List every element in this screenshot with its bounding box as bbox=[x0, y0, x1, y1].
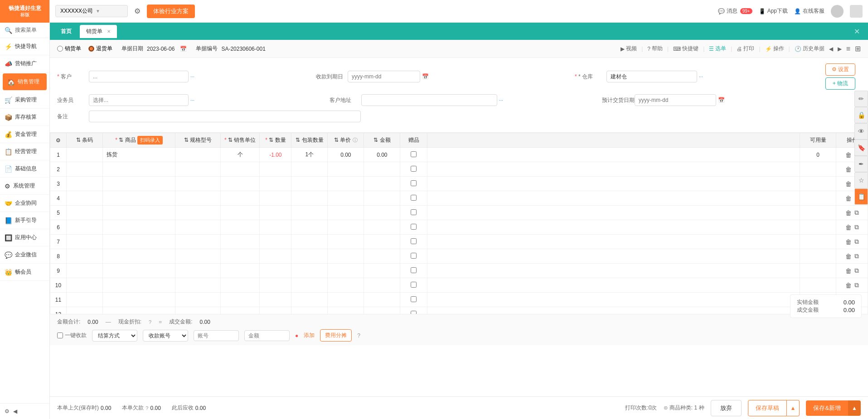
row-price[interactable] bbox=[328, 177, 364, 191]
choose-link[interactable]: ☰ 选单 bbox=[709, 45, 726, 53]
company-selector[interactable]: XXXXXX公司 ▼ bbox=[55, 5, 128, 17]
row-unit[interactable] bbox=[221, 191, 260, 206]
row-product[interactable] bbox=[103, 162, 175, 177]
row-product[interactable] bbox=[103, 293, 175, 307]
delete-row-button[interactable]: 🗑 bbox=[845, 180, 852, 188]
row-price[interactable] bbox=[328, 235, 364, 249]
row-amount[interactable] bbox=[364, 264, 400, 278]
rfloat-lock-icon[interactable]: 🔒 bbox=[854, 107, 868, 123]
row-gift[interactable] bbox=[400, 177, 427, 191]
th-settings[interactable]: ⚙ bbox=[50, 133, 67, 148]
row-spec[interactable] bbox=[175, 235, 221, 249]
row-amount[interactable] bbox=[364, 191, 400, 206]
delete-row-button[interactable]: 🗑 bbox=[845, 281, 852, 289]
row-barcode[interactable] bbox=[67, 235, 103, 249]
payment-date-input[interactable] bbox=[348, 71, 420, 82]
row-qty[interactable] bbox=[260, 307, 291, 314]
row-pkg-qty[interactable] bbox=[291, 307, 328, 314]
rfloat-orange-icon[interactable]: 📋 bbox=[854, 188, 868, 205]
account-no-input[interactable] bbox=[194, 330, 239, 341]
trial-button[interactable]: 体验行业方案 bbox=[147, 5, 195, 18]
sidebar-item-marketing[interactable]: 📣 营销推广 bbox=[0, 55, 49, 72]
row-gift[interactable] bbox=[400, 206, 427, 220]
sidebar-item-quick-nav[interactable]: ⚡ 快捷导航 bbox=[0, 38, 49, 55]
th-pkg[interactable]: ⇅ 包装数量 bbox=[291, 133, 328, 148]
row-product[interactable]: 拣货 bbox=[103, 148, 175, 162]
sidebar-search[interactable]: 🔍 搜索菜单 bbox=[0, 23, 49, 38]
row-unit[interactable] bbox=[221, 249, 260, 264]
copy-row-button[interactable]: ⧉ bbox=[854, 223, 859, 231]
row-spec[interactable] bbox=[175, 293, 221, 307]
row-product[interactable] bbox=[103, 191, 175, 206]
row-qty[interactable] bbox=[260, 249, 291, 264]
one-click-pay-item[interactable]: 一键收款 bbox=[57, 332, 87, 339]
settings-button[interactable]: ⚙ bbox=[132, 5, 142, 17]
discard-button[interactable]: 放弃 bbox=[711, 400, 742, 416]
th-product[interactable]: * ⇅ 商品 扫码录入 bbox=[103, 133, 175, 148]
row-price[interactable] bbox=[328, 206, 364, 220]
save-new-button[interactable]: 保存&新增 bbox=[806, 400, 848, 416]
row-product[interactable] bbox=[103, 177, 175, 191]
row-price[interactable] bbox=[328, 307, 364, 314]
row-price[interactable]: 0.00 bbox=[328, 148, 364, 162]
row-qty[interactable] bbox=[260, 278, 291, 293]
sidebar-item-enterprise[interactable]: 🤝 企业协同 bbox=[0, 195, 49, 212]
save-draft-button[interactable]: 保存草稿 bbox=[748, 400, 787, 416]
account-select[interactable]: 收款账号 bbox=[143, 330, 188, 342]
row-unit[interactable] bbox=[221, 264, 260, 278]
row-price[interactable] bbox=[328, 264, 364, 278]
rfloat-eye-icon[interactable]: 👁 bbox=[854, 123, 868, 140]
row-price[interactable] bbox=[328, 220, 364, 235]
rfloat-compose-icon[interactable]: ✏ bbox=[854, 91, 868, 107]
sidebar-bottom[interactable]: ⚙ ◀ bbox=[0, 403, 49, 419]
row-spec[interactable] bbox=[175, 307, 221, 314]
salesman-expand-icon[interactable]: ··· bbox=[190, 97, 194, 103]
row-amount[interactable]: 0.00 bbox=[364, 148, 400, 162]
row-price[interactable] bbox=[328, 191, 364, 206]
user-menu[interactable] bbox=[850, 5, 863, 18]
row-spec[interactable] bbox=[175, 249, 221, 264]
row-pkg-qty[interactable] bbox=[291, 177, 328, 191]
row-amount[interactable] bbox=[364, 249, 400, 264]
delete-row-button[interactable]: 🗑 bbox=[845, 238, 852, 246]
row-barcode[interactable] bbox=[67, 278, 103, 293]
row-gift[interactable] bbox=[400, 249, 427, 264]
delete-row-button[interactable]: 🗑 bbox=[845, 194, 852, 202]
row-product[interactable] bbox=[103, 307, 175, 314]
copy-row-button[interactable]: ⧉ bbox=[854, 252, 859, 260]
list-view-icon[interactable]: ≡ bbox=[846, 45, 850, 53]
row-gift[interactable] bbox=[400, 148, 427, 162]
app-download-item[interactable]: 📱 App下载 bbox=[759, 7, 788, 15]
row-product[interactable] bbox=[103, 264, 175, 278]
th-qty[interactable]: * ⇅ 数量 bbox=[260, 133, 291, 148]
copy-row-button[interactable]: ⧉ bbox=[854, 281, 859, 289]
row-pkg-qty[interactable] bbox=[291, 235, 328, 249]
row-price[interactable] bbox=[328, 293, 364, 307]
row-amount[interactable] bbox=[364, 162, 400, 177]
row-product[interactable] bbox=[103, 278, 175, 293]
row-pkg-qty[interactable] bbox=[291, 249, 328, 264]
expense-help-icon[interactable]: ? bbox=[357, 332, 360, 339]
rfloat-star-icon[interactable]: ☆ bbox=[854, 172, 868, 188]
sidebar-item-finance[interactable]: 💰 资金管理 bbox=[0, 126, 49, 143]
rfloat-edit-icon[interactable]: ✒ bbox=[854, 156, 868, 172]
payment-date-picker-icon[interactable]: 📅 bbox=[422, 73, 429, 80]
help-link[interactable]: ? 帮助 bbox=[647, 45, 663, 53]
th-price[interactable]: ⇅ 单价 ⓘ bbox=[328, 133, 364, 148]
order-debt-info-icon[interactable]: ? bbox=[145, 405, 148, 411]
row-price[interactable] bbox=[328, 162, 364, 177]
row-amount[interactable] bbox=[364, 206, 400, 220]
expected-date-input[interactable] bbox=[635, 94, 716, 106]
row-qty[interactable] bbox=[260, 264, 291, 278]
row-barcode[interactable] bbox=[67, 264, 103, 278]
sidebar-item-newbie[interactable]: 📘 新手引导 bbox=[0, 212, 49, 229]
settings-button[interactable]: ⚙ 设置 bbox=[825, 63, 855, 76]
tab-home[interactable]: 首页 bbox=[54, 25, 78, 38]
save-new-arrow-button[interactable]: ▲ bbox=[848, 400, 861, 416]
tab-close-icon[interactable]: ✕ bbox=[107, 29, 111, 34]
row-gift[interactable] bbox=[400, 307, 427, 314]
row-gift[interactable] bbox=[400, 220, 427, 235]
delete-row-button[interactable]: 🗑 bbox=[845, 209, 852, 217]
row-amount[interactable] bbox=[364, 177, 400, 191]
row-spec[interactable] bbox=[175, 162, 221, 177]
